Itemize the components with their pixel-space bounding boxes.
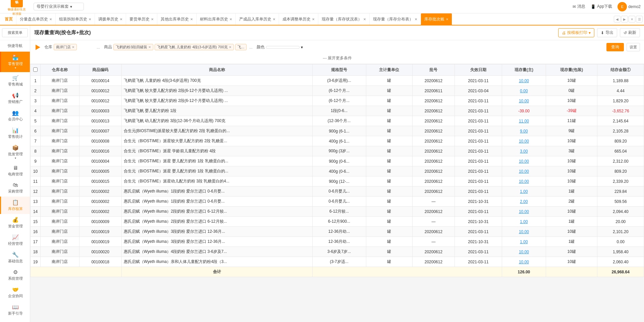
nav-next[interactable]: ▶ — [621, 16, 628, 22]
tab-chenbenzhengdan[interactable]: 成本调整单历史 ✕ — [279, 13, 318, 25]
tab-xiancunliang1[interactable]: 现存量（库存状况表）✕ — [318, 13, 370, 25]
org-select[interactable]: 母婴行业演示账套 ▾ — [34, 3, 84, 10]
sidebar-item-huiyuan[interactable]: 👥 会员中心 — [0, 107, 30, 124]
tab-diaobodanls[interactable]: 调拨单历史 ✕ — [95, 13, 126, 25]
expand-triangle[interactable] — [36, 45, 40, 50]
sidebar-item-lingshol[interactable]: 🏪 零售管理 ▾ — [0, 52, 30, 72]
tab-xiancunliang2[interactable]: 现存量（库存分布表）✕ — [370, 13, 421, 25]
table-row: 9 南岸门店 00100004 合生元（BIOSTIME）派星 婴儿配方奶粉 1… — [31, 156, 644, 166]
setting-btn[interactable]: 设置 — [627, 43, 640, 51]
sidebar-item-pifaguanli[interactable]: 📦 批发管理 ▾ — [0, 142, 30, 162]
logo-text: 畅捷通好生意 — [8, 7, 26, 12]
stats-icon: 📊 — [12, 127, 19, 133]
tab-yaohuo[interactable]: 要货单历史 ✕ — [126, 13, 157, 25]
sidebar-item-xinshou[interactable]: 📖 新手引导 — [0, 301, 30, 319]
sidebar-item-lingshoshangcheng[interactable]: 🛒 零售商城 — [0, 72, 30, 90]
page-title: 现存量查询(按仓库+批次) — [34, 30, 91, 36]
avatar: E — [618, 2, 627, 11]
sidebar-item-lingshostats[interactable]: 📊 零售统计 — [0, 124, 30, 142]
sum-qty: 126.00 — [502, 267, 546, 277]
table-row: 1 南岸门店 00100014 飞鹤星飞帆 儿童奶粉 4段(3-6岁适用) 70… — [31, 76, 644, 86]
table-row: 13 南岸门店 00100002 惠氏启赋（Wyeth illuma）1段奶粉 … — [31, 197, 644, 207]
product-tag-more: 飞... — [235, 44, 247, 50]
query-btn[interactable]: 查询 — [606, 43, 624, 51]
print-btn[interactable]: 🖨 按模板打印 ▾ — [558, 28, 594, 37]
sum-amount: 26,968.64 — [597, 267, 644, 277]
page-actions: 🖨 按模板打印 ▾ ⬇ 导出 ↺ 刷新 — [558, 28, 640, 37]
sum-row: 合计 126.00 26,968.64 — [31, 267, 644, 277]
system-icon: ⚙ — [13, 269, 18, 275]
search-bar: 仓库 南岸门店 ✕ ... 商品 飞鹤奶粉3段四罐装 ✕ — [30, 40, 644, 64]
color-filter: 颜色 ▾ — [257, 44, 303, 50]
tab-home[interactable]: 首页 — [1, 13, 16, 25]
tab-close[interactable]: ✕ — [49, 17, 52, 21]
warehouse-tag-remove[interactable]: ✕ — [72, 45, 74, 49]
message-icon: ✉ — [573, 4, 576, 9]
product-tag-1: 飞鹤奶粉3段四罐装 ✕ — [113, 44, 153, 50]
sidebar-item-jichu[interactable]: 🔧 基础信息 — [0, 249, 30, 266]
sidebar-item-yingyong[interactable]: 🖱 应用中心 — [0, 319, 30, 322]
logo-icon: 畅 — [11, 0, 23, 7]
sidebar-item-kucun[interactable]: 📋 库存核算 — [0, 197, 30, 214]
nav-arrows: ◀ ▶ ✕ ☰ — [614, 16, 643, 22]
nav-prev[interactable]: ◀ — [614, 16, 621, 22]
sidebar-item-dianshang[interactable]: 🖥 电商管理 — [0, 162, 30, 179]
message-btn[interactable]: ✉ 消息 — [573, 4, 585, 9]
search-btn[interactable]: 搜索英单 — [2, 28, 28, 37]
operations-icon: 📈 — [12, 234, 19, 240]
table-row: 5 南岸门店 00100013 飞鹤星飞帆 幼儿配方奶粉 3段(12-36个月幼… — [31, 116, 644, 126]
sidebar-item-jingying[interactable]: 📈 经营管理 — [0, 231, 30, 249]
tab-fenliang[interactable]: 分量盘点单历史 ✕ — [16, 13, 56, 25]
refresh-btn[interactable]: ↺ 刷新 — [620, 28, 640, 37]
member-icon: 👥 — [12, 110, 19, 116]
product-tag-2-remove[interactable]: ✕ — [229, 45, 231, 49]
tab-qitachukulishi[interactable]: 其他出库单历史 ✕ — [157, 13, 197, 25]
basic-icon: 🔧 — [12, 252, 19, 258]
table-row: 4 南岸门店 00100003 飞鹤星飞帆 婴儿配方奶粉 1段 1段(0-6..… — [31, 106, 644, 116]
expand-more-btn[interactable]: ⋯ 展开更多条件 — [323, 55, 352, 61]
sidebar-item-yingxiao[interactable]: 📢 营销推广 — [0, 90, 30, 107]
sidebar-item-xitong[interactable]: ⚙ 系统管理 — [0, 266, 30, 284]
nav-more[interactable]: ☰ — [636, 16, 643, 22]
table-row: 15 南岸门店 00100009 惠氏启赋（Wyeth illuma）2段奶粉 … — [31, 217, 644, 227]
product-more[interactable]: ... — [248, 45, 254, 50]
col-spec: 规格型号 — [312, 64, 366, 76]
expand-icon: ⋯ — [323, 56, 327, 61]
col-code: 商品编码 — [79, 64, 121, 76]
guide-icon: 📖 — [12, 304, 19, 310]
purchase-icon: 🛍 — [13, 182, 18, 188]
col-expire: 失效日期 — [454, 64, 502, 76]
table-row: 12 南岸门店 00100002 惠氏启赋（Wyeth illuma）1段奶粉 … — [31, 186, 644, 197]
export-btn[interactable]: ⬇ 导出 — [597, 28, 617, 37]
tab-chanchengpinruku[interactable]: 产成品入库单历史 ✕ — [236, 13, 279, 25]
table-row: 3 南岸门店 00100012 飞鹤星飞帆 较大婴儿配方奶粉 2段(6-12个月… — [31, 96, 644, 106]
tab-cailiaochu[interactable]: 材料出库单历史 ✕ — [197, 13, 236, 25]
app-download-btn[interactable]: 📱 App下载 — [591, 4, 612, 9]
warehouse-tags: 南岸门店 ✕ — [54, 44, 94, 50]
warehouse-filter: 仓库 南岸门店 ✕ ... — [44, 44, 101, 50]
sidebar-item-qiye[interactable]: 🤝 企业协同 — [0, 284, 30, 301]
warehouse-label: 仓库 — [44, 44, 52, 50]
quick-nav-btn[interactable]: 快捷导航 — [0, 42, 30, 50]
marketing-icon: 📢 — [12, 92, 19, 99]
table-row: 7 南岸门店 00100008 合生元（BIOSTIME）派星较大婴儿配方奶粉 … — [31, 136, 644, 146]
export-icon: ⬇ — [601, 31, 604, 35]
inventory-icon: 📋 — [12, 199, 19, 206]
tab-kucunpici[interactable]: 库存批次账 ✕ — [421, 13, 452, 25]
sidebar-quick-nav: 快捷导航 — [0, 40, 30, 52]
col-unit: 主计量单位 — [366, 64, 412, 76]
warehouse-more[interactable]: ... — [95, 45, 101, 50]
tab-zujiechaichu[interactable]: 组装拆卸单历史 ✕ — [56, 13, 95, 25]
sidebar-item-zijin[interactable]: 💰 资金管理 — [0, 214, 30, 231]
user-menu[interactable]: E demo2 — [618, 2, 641, 11]
table-row: 6 南岸门店 00100007 合生元(BIOSTIME)派星较大婴儿配方奶粉 … — [31, 126, 644, 136]
main-layout: 搜索英单 快捷导航 🏪 零售管理 ▾ 🛒 零售商城 📢 营销推广 👥 会员中心 — [0, 25, 644, 322]
table-container: 仓库名称 商品编码 商品名称 规格型号 主计量单位 批号 失效日期 现存量(主)… — [30, 64, 644, 322]
sidebar-item-caigou[interactable]: 🛍 采购管理 — [0, 179, 30, 197]
nav-tabs: 首页 分量盘点单历史 ✕ 组装拆卸单历史 ✕ 调拨单历史 ✕ 要货单历史 ✕ 其… — [0, 13, 644, 25]
product-tag-1-remove[interactable]: ✕ — [148, 45, 151, 49]
collab-icon: 🤝 — [12, 286, 19, 293]
table-row: 11 南岸门店 00100015 合生元（BIOSTIME）派星幼儿配方奶粉 3… — [31, 176, 644, 186]
nav-close[interactable]: ✕ — [629, 16, 635, 22]
select-all-checkbox[interactable] — [33, 67, 38, 72]
